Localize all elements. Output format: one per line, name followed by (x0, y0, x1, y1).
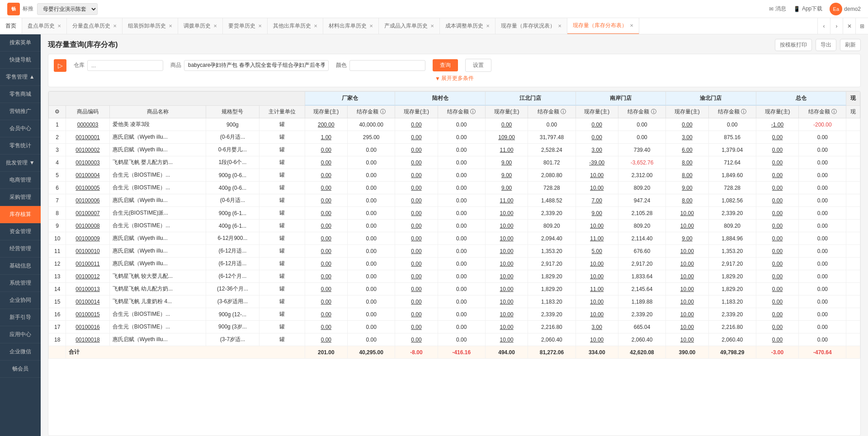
table-cell[interactable]: 10.00 (485, 245, 528, 258)
table-cell[interactable]: 10.00 (485, 333, 528, 346)
tab-stocktaking[interactable]: 盘点单历史✕ (22, 18, 67, 34)
table-cell[interactable]: 9.00 (485, 156, 528, 169)
table-cell[interactable]: 0.00 (395, 220, 438, 232)
table-cell[interactable]: 0.00 (756, 156, 798, 169)
sidebar-item-base[interactable]: 基础信息 (0, 258, 41, 275)
table-cell[interactable]: 6.00 (666, 144, 708, 156)
table-cell[interactable]: 10.00 (666, 295, 708, 308)
query-btn[interactable]: 查询 (433, 59, 458, 71)
sidebar-item-system[interactable]: 系统管理 (0, 275, 41, 292)
table-cell[interactable]: 11.00 (485, 144, 528, 156)
tab-cost_adj[interactable]: 成本调整单历史✕ (440, 18, 495, 34)
table-cell[interactable]: 1.00 (305, 131, 347, 144)
table-cell[interactable]: 00100007 (66, 207, 110, 220)
sidebar-item-fan[interactable]: 畅会员 (0, 361, 41, 378)
table-cell[interactable]: 5.00 (576, 245, 618, 258)
table-cell[interactable]: 00100003 (66, 156, 110, 169)
table-cell[interactable]: 3.00 (666, 131, 708, 144)
table-cell[interactable]: 0.00 (305, 295, 347, 308)
table-cell[interactable]: 10.00 (666, 333, 708, 346)
table-cell[interactable]: 0.00 (756, 283, 798, 295)
tab-close-transfer[interactable]: ✕ (213, 23, 217, 28)
table-cell[interactable]: 0.00 (395, 182, 438, 194)
table-cell[interactable]: 9.00 (485, 169, 528, 182)
warehouse-input[interactable] (87, 60, 163, 71)
table-cell[interactable]: 10.00 (666, 207, 708, 220)
table-cell[interactable]: 10.00 (666, 220, 708, 232)
tab-stock_dist_active[interactable]: 现存量（库存分布表）✕ (567, 18, 639, 34)
table-cell[interactable]: 0.00 (305, 308, 347, 321)
export-btn[interactable]: 导出 (816, 39, 836, 51)
table-cell[interactable]: 00100015 (66, 308, 110, 321)
table-cell[interactable]: 0.00 (666, 118, 708, 131)
tab-product_in[interactable]: 产成品入库单历史✕ (379, 18, 440, 34)
table-cell[interactable]: 10.00 (576, 169, 618, 182)
table-cell[interactable]: 9.00 (666, 232, 708, 245)
table-cell[interactable]: 00100004 (66, 169, 110, 182)
table-cell[interactable]: 8.00 (666, 194, 708, 207)
tab-split_stocktaking[interactable]: 分量盘点单历史✕ (67, 18, 123, 34)
sidebar-item-inventory[interactable]: 库存核算 (0, 206, 41, 223)
tab-stock_status[interactable]: 现存量（库存状况表）✕ (495, 18, 567, 34)
sidebar-item-search[interactable]: 搜索英单 (0, 34, 41, 52)
table-cell[interactable]: 0.00 (395, 321, 438, 333)
tab-close-cost_adj[interactable]: ✕ (486, 23, 490, 28)
refresh-btn[interactable]: 刷新 (840, 39, 861, 51)
table-cell[interactable]: 0.00 (305, 220, 347, 232)
table-cell[interactable]: 00100013 (66, 283, 110, 295)
table-cell[interactable]: 0.00 (395, 144, 438, 156)
table-cell[interactable]: 0.00 (395, 169, 438, 182)
table-cell[interactable]: 0.00 (756, 182, 798, 194)
table-cell[interactable]: 10.00 (666, 245, 708, 258)
color-input[interactable] (349, 60, 425, 71)
print-btn[interactable]: 按模板打印 (775, 39, 812, 51)
tab-close-material_out[interactable]: ✕ (369, 23, 373, 28)
table-cell[interactable]: 10.00 (666, 270, 708, 283)
table-cell[interactable]: 0.00 (756, 169, 798, 182)
table-cell[interactable]: 0.00 (305, 194, 347, 207)
table-cell[interactable]: 0.00 (756, 258, 798, 270)
table-cell[interactable]: 10.00 (666, 283, 708, 295)
tab-close-product_in[interactable]: ✕ (430, 23, 434, 28)
tab-close-requisition[interactable]: ✕ (258, 23, 262, 28)
table-cell[interactable]: 0.00 (756, 333, 798, 346)
user-profile[interactable]: Ea demo2 (830, 3, 861, 15)
table-cell[interactable]: 0.00 (756, 245, 798, 258)
sidebar-item-guide[interactable]: 新手引导 (0, 309, 41, 326)
table-cell[interactable]: 0.00 (395, 156, 438, 169)
table-cell[interactable]: 0.00 (756, 308, 798, 321)
table-cell[interactable]: 0.00 (395, 283, 438, 295)
sidebar-item-ecom[interactable]: 电商管理 (0, 172, 41, 189)
table-cell[interactable]: 10.00 (485, 283, 528, 295)
message-btn[interactable]: ✉ 消息 (769, 5, 786, 13)
table-cell[interactable]: 00100016 (66, 321, 110, 333)
tab-assemble[interactable]: 组装拆卸单历史✕ (123, 18, 178, 34)
sidebar-item-wechat[interactable]: 企业微信 (0, 343, 41, 361)
table-cell[interactable]: 0.00 (305, 207, 347, 220)
table-cell[interactable]: 10.00 (666, 258, 708, 270)
table-cell[interactable]: 0.00 (395, 270, 438, 283)
app-download-btn[interactable]: 📱 App下载 (793, 5, 822, 13)
sidebar-item-member[interactable]: 会员中心 (0, 120, 41, 137)
table-cell[interactable]: 0.00 (756, 295, 798, 308)
table-cell[interactable]: 0.00 (395, 118, 438, 131)
table-cell[interactable]: 0.00 (305, 144, 347, 156)
table-cell[interactable]: 10.00 (576, 308, 618, 321)
table-cell[interactable]: 10.00 (576, 333, 618, 346)
tab-requisition[interactable]: 要货单历史✕ (223, 18, 268, 34)
table-cell[interactable]: 00100018 (66, 333, 110, 346)
table-cell[interactable]: 0.00 (305, 169, 347, 182)
table-cell[interactable]: 0.00 (395, 308, 438, 321)
sidebar-item-retail[interactable]: 零售管理 ▲ (0, 69, 41, 86)
sidebar-item-purchase[interactable]: 采购管理 (0, 189, 41, 206)
table-cell[interactable]: 0.00 (305, 182, 347, 194)
table-cell[interactable]: -39.00 (576, 156, 618, 169)
table-cell[interactable]: 10.00 (666, 321, 708, 333)
table-cell[interactable]: 8.00 (666, 156, 708, 169)
table-cell[interactable]: 00100009 (66, 232, 110, 245)
tab-material_out[interactable]: 材料出库单历史✕ (323, 18, 379, 34)
table-cell[interactable]: 10.00 (485, 220, 528, 232)
table-cell[interactable]: 0.00 (756, 144, 798, 156)
table-cell[interactable]: 10.00 (485, 258, 528, 270)
expand-conditions-btn[interactable]: ▼ 展开更多条件 (435, 75, 474, 82)
